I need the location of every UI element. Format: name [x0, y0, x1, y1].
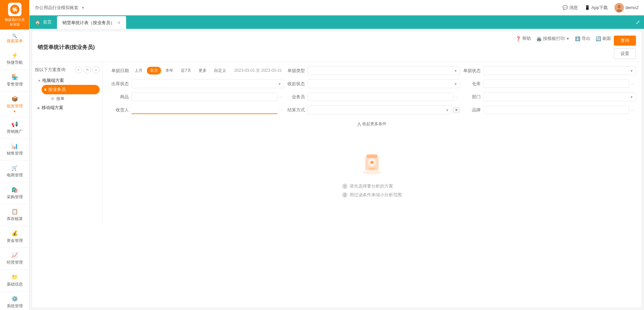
payment-status-select[interactable]: [308, 79, 460, 88]
sidebar-item-system[interactable]: ⚙️ 系统管理: [0, 292, 29, 310]
app-name: 办公用品行业模拟账套: [35, 5, 78, 11]
sidebar-item-ecommerce[interactable]: 🛒 电商管理: [0, 161, 29, 183]
tree-child-label: 按业务员: [48, 87, 66, 93]
sidebar-item-label: 基础信息: [7, 281, 23, 287]
goods-dots-btn[interactable]: ···: [277, 94, 284, 100]
doc-type-select[interactable]: [308, 66, 460, 75]
marketing-icon: 📢: [11, 121, 18, 127]
sidebar-item-finance[interactable]: 💰 资金管理: [0, 226, 29, 248]
brand-dots-btn[interactable]: ···: [629, 107, 636, 113]
collapse-up-icon: ⋀: [358, 122, 361, 126]
department-control: ▼: [483, 92, 636, 101]
refresh-icon: 🔄: [596, 36, 601, 41]
receiver-dots-btn[interactable]: ···: [277, 107, 284, 113]
warehouse-dots-btn[interactable]: ···: [629, 81, 636, 87]
sidebar-item-wholesale[interactable]: 📦 批发管理 ▲: [0, 92, 29, 117]
topbar: 办公用品行业模拟账套 ▼ 💬 消息 📱 App下载 de: [30, 0, 644, 15]
department-label: 部门: [460, 94, 483, 100]
warehouse-label: 仓库: [460, 81, 483, 87]
query-button[interactable]: 查询: [614, 36, 636, 46]
svg-text:畅: 畅: [12, 7, 17, 12]
setting-button[interactable]: 设置: [614, 48, 636, 59]
date-tab-7days[interactable]: 近7天: [178, 67, 194, 74]
help-btn[interactable]: ❓ 帮助: [516, 36, 531, 42]
app-dropdown-arrow[interactable]: ▼: [81, 6, 85, 10]
salesperson-input[interactable]: [308, 93, 453, 101]
stock-status-select[interactable]: [131, 79, 284, 88]
doc-status-control: ▼: [483, 66, 636, 75]
retail-icon: 🏪: [11, 74, 18, 80]
sidebar-item-basic-info[interactable]: 📁 基础信息: [0, 270, 29, 292]
tab-home[interactable]: 🏠 首页: [30, 15, 57, 29]
receiver-input[interactable]: [131, 106, 277, 114]
tab-close-btn[interactable]: ✕: [117, 20, 121, 25]
date-tab-last-month[interactable]: 上月: [131, 67, 146, 74]
edit-scheme-btn[interactable]: ✎: [84, 66, 91, 73]
app-download-btn[interactable]: 📱 App下载: [585, 5, 608, 11]
receiver-label: 收货人: [108, 107, 131, 113]
export-btn[interactable]: ⬇️ 导出: [575, 36, 590, 42]
date-tab-custom[interactable]: 自定义: [211, 67, 229, 74]
message-btn[interactable]: 💬 消息: [562, 5, 578, 11]
home-icon: 🏠: [35, 20, 40, 25]
sidebar-item-label: 经营管理: [7, 260, 23, 265]
tree-sub-item-order[interactable]: ⚙ 按单: [42, 94, 100, 103]
filter-row-1: 单据日期 上月 本月 本年 近7天 更多 自定义 2023-03-01 至 20…: [108, 66, 636, 75]
date-tab-more[interactable]: 更多: [196, 67, 210, 74]
tab-expand-btn[interactable]: ⤢: [632, 19, 644, 25]
doc-type-label: 单据类型: [284, 68, 308, 74]
sidebar-item-search[interactable]: 🔍 搜索菜单: [0, 30, 29, 48]
payment-status-control: ▼: [308, 79, 460, 88]
sidebar-item-inventory[interactable]: 📋 库存核算: [0, 204, 29, 226]
sidebar-item-retail[interactable]: 🏪 零售管理: [0, 70, 29, 92]
action-buttons: 查询 设置: [614, 36, 636, 59]
bullet-icon: [44, 89, 46, 91]
svg-point-5: [363, 170, 381, 174]
print-dropdown-arrow[interactable]: ▼: [566, 37, 570, 41]
sidebar-logo[interactable]: 畅 畅捷通好生意 标准版: [0, 0, 29, 30]
date-tab-this-year[interactable]: 本年: [162, 67, 176, 74]
brand-input[interactable]: [483, 106, 629, 114]
print-btn[interactable]: 🖨️ 按模板打印 ▼: [536, 36, 570, 42]
refresh-btn[interactable]: 🔄 刷新: [596, 36, 611, 42]
sidebar-item-operations[interactable]: 📈 经营管理: [0, 248, 29, 270]
tree-item-mobile-scheme[interactable]: ▶ 移动端方案: [35, 103, 100, 112]
collapse-panel-btn[interactable]: «: [92, 66, 100, 73]
stock-status-label: 出库状态: [108, 81, 131, 87]
collapse-bar[interactable]: ⋀ 收起更多条件: [108, 118, 636, 130]
tab-sales-stats[interactable]: 销货单统计表（按业务员） ✕: [57, 16, 126, 30]
empty-tip-2: 2 用过滤条件来缩小分析范围: [342, 191, 402, 199]
left-panel-title: 按以下方案查询: [35, 67, 65, 73]
refresh-label: 刷新: [602, 36, 611, 42]
topbar-left: 办公用品行业模拟账套 ▼: [35, 5, 85, 11]
sidebar-item-quick-nav[interactable]: ⚡ 快捷导航: [0, 48, 29, 70]
settlement-tag-remove[interactable]: ×: [455, 108, 458, 112]
stock-status-select-wrapper: ▼: [131, 79, 284, 88]
tabbar: 🏠 首页 销货单统计表（按业务员） ✕ ⤢: [30, 15, 644, 29]
sidebar-item-sales[interactable]: 📊 销售管理: [0, 139, 29, 161]
inventory-icon: 📋: [11, 208, 18, 215]
department-select-wrapper: ▼: [483, 92, 636, 101]
salesperson-dots-btn[interactable]: ···: [453, 94, 460, 100]
department-select[interactable]: [483, 92, 636, 101]
date-filter-control: 上月 本月 本年 近7天 更多 自定义 2023-03-01 至 2023-03…: [131, 67, 284, 74]
settlement-select[interactable]: [308, 105, 452, 114]
sidebar-item-marketing[interactable]: 📢 营销推广: [0, 117, 29, 139]
tip-num-1: 1: [342, 184, 347, 189]
warehouse-input[interactable]: [483, 80, 629, 88]
doc-status-select[interactable]: [483, 66, 636, 75]
goods-input[interactable]: [131, 93, 277, 101]
filter-row-2: 出库状态 ▼ 收款状态: [108, 79, 636, 88]
sidebar-item-purchase[interactable]: 🛍️ 采购管理: [0, 183, 29, 204]
payment-status-label: 收款状态: [284, 81, 308, 87]
tree-item-pc-scheme[interactable]: ▼ 电脑端方案: [35, 76, 100, 85]
add-scheme-btn[interactable]: +: [75, 66, 82, 73]
page-header-right: ❓ 帮助 🖨️ 按模板打印 ▼ ⬇️ 导出 �: [516, 36, 636, 59]
tip-text-1: 请先选择要分析的方案: [350, 182, 393, 191]
purchase-icon: 🛍️: [11, 187, 18, 193]
doc-status-select-wrapper: ▼: [483, 66, 636, 75]
tree-child-item-salesperson[interactable]: 按业务员: [42, 85, 100, 94]
user-avatar-btn[interactable]: demo2: [614, 3, 639, 12]
date-tab-this-month[interactable]: 本月: [147, 67, 161, 74]
logo-icon: 畅: [8, 3, 21, 16]
